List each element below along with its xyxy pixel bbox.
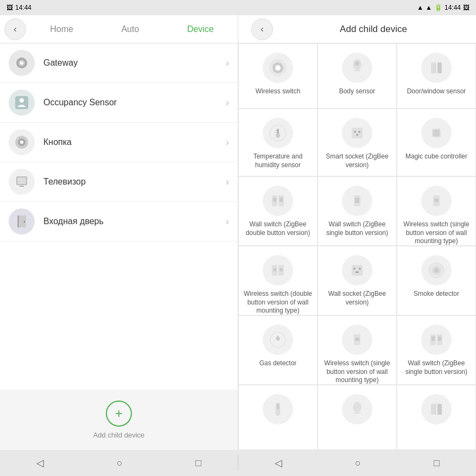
grid-icon-bottom3	[421, 394, 452, 424]
grid-item-wireless-switch-single-wall[interactable]: Wireless switch (single button version o…	[397, 176, 476, 246]
device-icon-gateway	[9, 50, 35, 76]
grid-item-smoke-detector[interactable]: Smoke detector	[397, 246, 476, 315]
time-left: 14:44	[15, 4, 31, 11]
grid-item-door-window-sensor[interactable]: Door/window sensor	[397, 43, 476, 109]
svg-rect-20	[437, 62, 442, 73]
svg-point-45	[353, 268, 356, 270]
nav-recent-left[interactable]: □	[185, 454, 212, 472]
grid-item-wall-switch-single[interactable]: Wall switch (ZigBee single button versio…	[318, 176, 397, 246]
device-icon-button	[9, 129, 35, 155]
add-child-label: Add child device	[93, 431, 145, 439]
grid-item-body-sensor[interactable]: Body sensor	[318, 43, 397, 109]
status-bar-left: 🖼 14:44	[7, 4, 31, 11]
grid-icon-wall-socket	[342, 255, 372, 285]
grid-label-door-window-sensor: Door/window sensor	[407, 87, 466, 96]
bottom-nav-right: ◁ ○ □	[238, 454, 476, 472]
device-name-tv: Телевизор	[43, 177, 226, 187]
nav-home[interactable]: Home	[41, 24, 82, 34]
svg-rect-9	[17, 177, 26, 184]
nav-auto[interactable]: Auto	[112, 24, 148, 34]
nav-back-right[interactable]: ◁	[264, 454, 293, 472]
svg-rect-34	[273, 198, 276, 202]
chevron-occupancy: ›	[226, 97, 229, 109]
left-panel: ‹ Home Auto Device Gateway ›	[0, 15, 238, 450]
device-grid: Wireless switch Body sensor Door/window …	[238, 43, 476, 450]
device-icon-door	[9, 208, 35, 234]
svg-rect-19	[431, 62, 436, 73]
grid-item-wireless-switch-double-wall[interactable]: Wireless switch (double button version o…	[238, 246, 318, 315]
svg-rect-43	[280, 268, 283, 271]
nav-home-right[interactable]: ○	[344, 454, 372, 472]
grid-label-smart-socket: Smart socket (ZigBee version)	[322, 153, 392, 169]
svg-rect-26	[352, 128, 363, 138]
device-list: Gateway › Occupancy Sensor › Кнопка ›	[0, 43, 238, 390]
grid-item-smart-socket[interactable]: Smart socket (ZigBee version)	[318, 109, 397, 176]
right-back-button[interactable]: ‹	[251, 18, 273, 40]
grid-label-wireless-switch-single-wall2: Wireless switch (single button version o…	[322, 359, 392, 385]
nav-recent-right[interactable]: □	[423, 454, 450, 472]
svg-rect-53	[355, 338, 359, 341]
left-back-button[interactable]: ‹	[4, 18, 26, 40]
device-name-gateway: Gateway	[43, 58, 226, 68]
device-item-gateway[interactable]: Gateway ›	[0, 43, 238, 83]
nav-device[interactable]: Device	[179, 24, 223, 34]
add-child-icon: +	[106, 401, 132, 427]
grid-item-temp-humidity[interactable]: —— Temperature and humidity sensor	[238, 109, 318, 176]
battery-icon: 🔋	[434, 4, 442, 11]
grid-label-wall-switch-single2: Wall switch (ZigBee single button versio…	[402, 359, 471, 376]
device-item-occupancy[interactable]: Occupancy Sensor ›	[0, 83, 238, 123]
grid-label-wireless-switch-double-wall: Wireless switch (double button version o…	[243, 290, 313, 315]
svg-rect-39	[434, 199, 439, 202]
grid-icon-door-window-sensor	[421, 53, 452, 83]
grid-item-wall-switch-single2[interactable]: Wall switch (ZigBee single button versio…	[397, 315, 476, 385]
grid-label-wireless-switch: Wireless switch	[256, 87, 301, 96]
device-item-door[interactable]: Входная дверь ›	[0, 202, 238, 242]
grid-label-body-sensor: Body sensor	[339, 87, 376, 96]
grid-label-gas-detector: Gas detector	[259, 359, 297, 368]
grid-item-wireless-switch[interactable]: Wireless switch	[238, 43, 318, 109]
svg-point-4	[20, 98, 24, 103]
grid-item-wireless-switch-single-wall2[interactable]: Wireless switch (single button version o…	[318, 315, 397, 385]
svg-point-28	[358, 131, 360, 133]
right-header: ‹ Add child device	[238, 15, 476, 43]
svg-rect-42	[273, 268, 276, 271]
grid-item-bottom1[interactable]	[238, 385, 318, 450]
time-right: 14:44	[445, 4, 461, 11]
grid-item-bottom2[interactable]	[318, 385, 397, 450]
device-item-tv[interactable]: Телевизор ›	[0, 162, 238, 202]
nav-back-left[interactable]: ◁	[26, 454, 55, 472]
grid-icon-wall-switch-double	[263, 186, 293, 216]
svg-rect-57	[438, 337, 441, 341]
svg-point-27	[354, 131, 356, 133]
svg-rect-59	[277, 404, 279, 409]
grid-item-wall-switch-double[interactable]: Wall switch (ZigBee double button versio…	[238, 176, 318, 246]
svg-rect-12	[24, 221, 25, 223]
screenshot-icon: 🖼	[463, 4, 469, 11]
grid-icon-temp-humidity: ——	[263, 118, 293, 148]
svg-rect-61	[431, 404, 436, 415]
nav-home-left[interactable]: ○	[106, 454, 134, 472]
grid-item-gas-detector[interactable]: Gas detector	[238, 315, 318, 385]
grid-icon-bottom1	[263, 394, 293, 424]
svg-point-60	[353, 402, 361, 412]
grid-item-magic-cube[interactable]: Magic cube controller	[397, 109, 476, 176]
device-name-button: Кнопка	[43, 137, 226, 147]
grid-label-wall-switch-double: Wall switch (ZigBee double button versio…	[243, 220, 313, 237]
device-name-occupancy: Occupancy Sensor	[43, 98, 226, 107]
bottom-navigation: ◁ ○ □ ◁ ○ □	[0, 450, 476, 476]
device-item-button[interactable]: Кнопка ›	[0, 123, 238, 162]
svg-rect-29	[356, 134, 358, 136]
left-back-icon: ‹	[14, 24, 16, 34]
grid-item-wall-socket[interactable]: Wall socket (ZigBee version)	[318, 246, 397, 315]
grid-icon-smart-socket	[342, 118, 372, 148]
grid-label-wall-switch-single: Wall switch (ZigBee single button versio…	[322, 220, 392, 237]
grid-icon-bottom2	[342, 394, 372, 424]
svg-rect-35	[280, 198, 283, 202]
grid-item-bottom3[interactable]	[397, 385, 476, 450]
grid-icon-body-sensor	[342, 53, 372, 83]
signal-icon: ▲	[417, 4, 423, 11]
wifi-icon: ▲	[426, 4, 432, 11]
svg-rect-44	[352, 265, 363, 276]
device-icon-tv	[9, 169, 35, 195]
add-child-device[interactable]: + Add child device	[0, 390, 238, 450]
